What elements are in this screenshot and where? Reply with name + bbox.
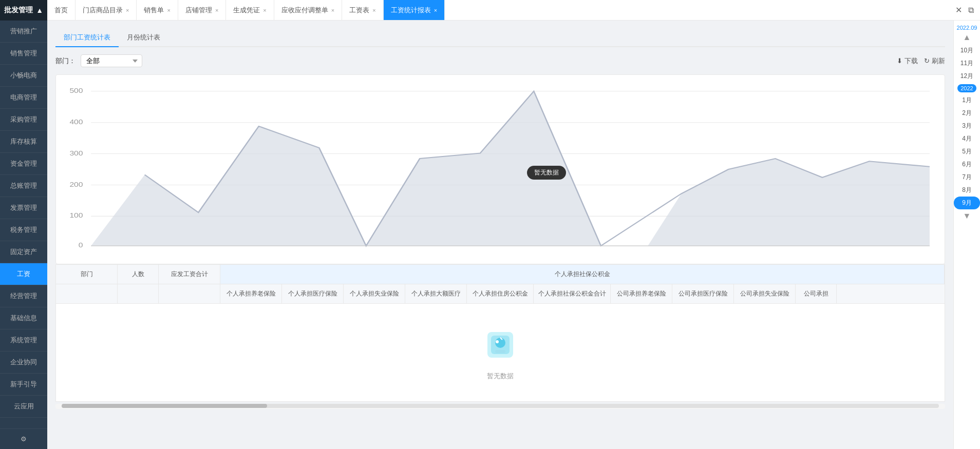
chart-svg: 500 400 300 200 100 0	[64, 83, 936, 256]
th-salary: 应发工资合计	[159, 265, 220, 284]
sidebar-item-jygl[interactable]: 经营管理	[0, 285, 47, 307]
sidebar: 批发管理 ▲ 营销推广 销售管理 小畅电商 电商管理 采购管理 库存核算 资金管…	[0, 0, 47, 449]
tab-xsd-label: 销售单	[144, 6, 164, 15]
sidebar-item-swgl[interactable]: 税务管理	[0, 219, 47, 241]
sidebar-settings[interactable]: ⚙	[0, 428, 47, 449]
tab-scpz[interactable]: 生成凭证 ×	[226, 0, 274, 21]
tab-gzb-close[interactable]: ×	[372, 7, 375, 13]
sidebar-header[interactable]: 批发管理 ▲	[0, 0, 47, 21]
content-main: 部门工资统计表 月份统计表 部门： 全部 ⬇ 下载 ↻	[47, 21, 953, 449]
th-gsyanglao: 公司承担养老保险	[611, 284, 672, 303]
tab-xsd-close[interactable]: ×	[167, 7, 170, 13]
svg-text:500: 500	[69, 87, 83, 94]
close-window-btn[interactable]: ✕	[953, 3, 964, 17]
tab-scpz-label: 生成凭证	[233, 6, 260, 15]
date-panel: 2022.09 ▲ 10月 11月 12月 2022 1月 2月 3月 4月 5…	[953, 21, 980, 449]
date-month-1[interactable]: 1月	[954, 94, 980, 107]
date-down-nav[interactable]: ▼	[961, 209, 973, 223]
tab-gzb[interactable]: 工资表 ×	[342, 0, 383, 21]
tab-bar: 首页 门店商品目录 × 销售单 × 店铺管理 × 生成凭证 × 应收应付调整单 …	[47, 0, 980, 21]
toolbar-left: 部门： 全部	[55, 54, 142, 67]
tab-dptgl-label: 店铺管理	[185, 6, 212, 15]
date-month-9[interactable]: 9月	[954, 197, 980, 209]
tab-ysyftz[interactable]: 应收应付调整单 ×	[274, 0, 342, 21]
tab-dptgl-close[interactable]: ×	[215, 7, 218, 13]
scroll-thumb[interactable]	[62, 404, 267, 408]
dept-select[interactable]: 全部	[81, 54, 142, 67]
th-salary2	[159, 284, 220, 303]
sidebar-item-gz[interactable]: 工资	[0, 263, 47, 285]
th-dept: 部门	[56, 265, 118, 284]
tab-xsd[interactable]: 销售单 ×	[137, 0, 178, 21]
sidebar-item-zzgl[interactable]: 总账管理	[0, 175, 47, 197]
svg-text:300: 300	[69, 149, 83, 157]
tab-gztjbb-close[interactable]: ×	[434, 7, 437, 13]
date-month-8[interactable]: 8月	[954, 184, 980, 197]
tab-dptgl[interactable]: 店铺管理 ×	[178, 0, 226, 21]
sidebar-item-dshgl[interactable]: 电商管理	[0, 87, 47, 109]
refresh-btn[interactable]: ↻ 刷新	[924, 56, 945, 66]
refresh-icon: ↻	[924, 57, 930, 65]
date-month-2[interactable]: 2月	[954, 107, 980, 120]
tab-ysyftz-label: 应收应付调整单	[281, 6, 328, 15]
th-gsyiliao: 公司承担医疗保险	[672, 284, 734, 303]
th-group-social: 个人承担社保公积金	[220, 265, 945, 284]
date-month-11[interactable]: 11月	[954, 57, 980, 70]
svg-text:400: 400	[69, 118, 83, 125]
th-gryanglao: 个人承担养老保险	[220, 284, 282, 303]
date-year-badge[interactable]: 2022	[957, 84, 976, 92]
sidebar-item-qyxt[interactable]: 企业协同	[0, 352, 47, 374]
sub-tabs: 部门工资统计表 月份统计表	[55, 29, 945, 47]
tab-home-label: 首页	[54, 6, 68, 15]
download-icon: ⬇	[897, 57, 902, 65]
date-month-12[interactable]: 12月	[954, 70, 980, 83]
subtab-bmgztjb[interactable]: 部门工资统计表	[55, 29, 119, 47]
tab-dspmml[interactable]: 门店商品目录 ×	[76, 0, 137, 21]
date-month-4[interactable]: 4月	[954, 132, 980, 145]
empty-icon	[480, 324, 521, 365]
tab-dspmml-close[interactable]: ×	[126, 7, 129, 13]
th-grdaeyiliao: 个人承担大额医疗	[405, 284, 467, 303]
svg-text:0: 0	[79, 242, 83, 249]
empty-text: 暂无数据	[487, 372, 514, 381]
restore-window-btn[interactable]: ⧉	[966, 4, 976, 17]
date-month-3[interactable]: 3月	[954, 120, 980, 132]
th-gsshiye: 公司承担失业保险	[734, 284, 796, 303]
date-current-label[interactable]: 2022.09	[957, 25, 977, 31]
th-gryiliao: 个人承担医疗保险	[282, 284, 344, 303]
sidebar-item-yxtt[interactable]: 营销推广	[0, 21, 47, 43]
toolbar: 部门： 全部 ⬇ 下载 ↻ 刷新	[55, 54, 945, 67]
svg-point-18	[496, 340, 499, 343]
date-month-7[interactable]: 7月	[954, 171, 980, 184]
sidebar-item-xcdsh[interactable]: 小畅电商	[0, 65, 47, 87]
toolbar-right: ⬇ 下载 ↻ 刷新	[897, 56, 945, 66]
sidebar-item-xtgl[interactable]: 系统管理	[0, 329, 47, 352]
date-up-nav[interactable]: ▲	[961, 31, 973, 44]
chart-container: 500 400 300 200 100 0	[55, 74, 945, 264]
sidebar-item-kchsz[interactable]: 库存核算	[0, 131, 47, 153]
tab-scpz-close[interactable]: ×	[263, 7, 266, 13]
tab-home[interactable]: 首页	[47, 0, 76, 21]
date-month-5[interactable]: 5月	[954, 145, 980, 158]
sidebar-item-yyyp[interactable]: 云应用	[0, 396, 47, 418]
horizontal-scrollbar[interactable]	[62, 404, 939, 408]
sidebar-collapse-icon[interactable]: ▲	[36, 6, 43, 14]
sidebar-item-zjgl[interactable]: 资金管理	[0, 153, 47, 175]
sidebar-item-xsgl[interactable]: 销售管理	[0, 43, 47, 65]
tab-dspmml-label: 门店商品目录	[83, 6, 123, 15]
subtab-yftjb[interactable]: 月份统计表	[119, 29, 168, 47]
tab-ysyftz-close[interactable]: ×	[331, 7, 334, 13]
sidebar-item-cgl[interactable]: 采购管理	[0, 109, 47, 131]
date-month-6[interactable]: 6月	[954, 158, 980, 171]
date-month-10[interactable]: 10月	[954, 44, 980, 57]
th-people: 人数	[118, 265, 159, 284]
svg-text:100: 100	[69, 212, 83, 219]
tab-gztjbb[interactable]: 工资统计报表 ×	[384, 0, 445, 21]
sidebar-item-gdzcz[interactable]: 固定资产	[0, 241, 47, 263]
download-btn[interactable]: ⬇ 下载	[897, 56, 918, 66]
sidebar-item-fpgl[interactable]: 发票管理	[0, 197, 47, 219]
main-area: 首页 门店商品目录 × 销售单 × 店铺管理 × 生成凭证 × 应收应付调整单 …	[47, 0, 980, 449]
sidebar-item-jcxx[interactable]: 基础信息	[0, 307, 47, 329]
sidebar-item-xsyd[interactable]: 新手引导	[0, 374, 47, 396]
sidebar-title: 批发管理	[4, 6, 33, 15]
